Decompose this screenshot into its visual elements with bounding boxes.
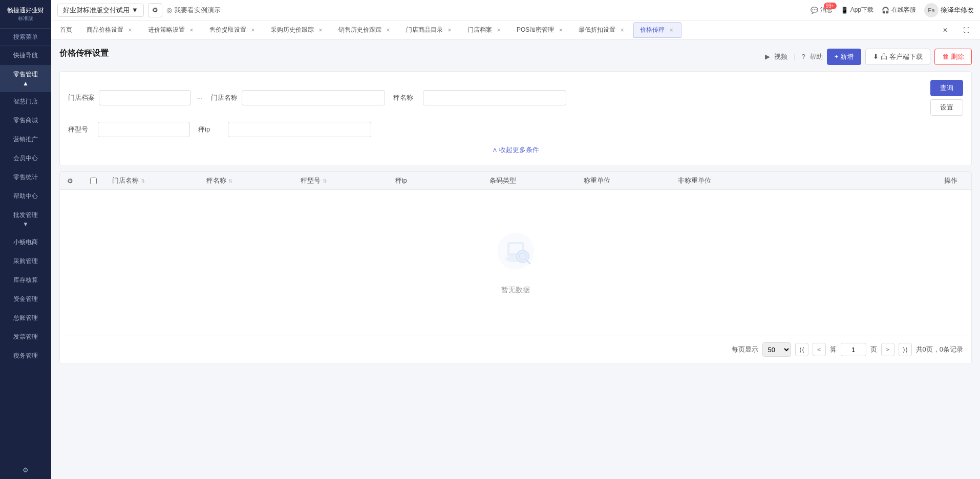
main-wrap: 好业财标准版交付试用 ▼ ⚙ ◎ 我要看实例演示 💬 消息 99+ 📱 App下… xyxy=(51,0,980,479)
sidebar-item-general-ledger[interactable]: 总账管理 xyxy=(0,309,51,328)
sidebar-item-finance[interactable]: 资金管理 xyxy=(0,290,51,309)
th-settings[interactable]: ⚙ xyxy=(60,177,80,185)
sidebar-item-retail-mgmt[interactable]: 零售管理 ▲ xyxy=(0,65,51,92)
sidebar-settings-btn[interactable]: ⚙ xyxy=(0,461,51,479)
tab-label: 最低折扣设置 xyxy=(579,26,615,34)
app-download-btn[interactable]: 📱 App下载 xyxy=(841,6,874,14)
sidebar-item-help-center[interactable]: 帮助中心 xyxy=(0,187,51,206)
close-icon[interactable]: × xyxy=(495,27,502,34)
sidebar: 畅捷通好业财 标准版 搜索菜单 快捷导航 零售管理 ▲ 智慧门店 零售商城 营销… xyxy=(0,0,51,479)
sidebar-search[interactable]: 搜索菜单 xyxy=(0,29,51,46)
th-weight-unit: 称重单位 xyxy=(578,176,672,185)
tab-price-scale[interactable]: 价格传秤 × xyxy=(633,22,681,38)
filter-store-name-input[interactable] xyxy=(242,90,385,105)
close-icon[interactable]: × xyxy=(385,27,392,34)
close-icon[interactable]: × xyxy=(249,27,257,34)
maximize-btn[interactable]: ⛶ xyxy=(956,23,976,37)
tab-label: POS加密管理 xyxy=(517,26,554,34)
sidebar-item-inventory[interactable]: 库存核算 xyxy=(0,271,51,290)
version-selector[interactable]: 好业财标准版交付试用 ▼ xyxy=(57,4,144,17)
sort-icon[interactable]: ⇅ xyxy=(323,178,327,184)
sidebar-item-label: 零售统计 xyxy=(13,173,38,182)
close-window-btn[interactable]: ✕ xyxy=(936,23,954,37)
tab-purchase-strategy[interactable]: 进价策略设置 × xyxy=(141,22,202,38)
tab-label: 商品价格设置 xyxy=(87,26,123,34)
close-icon[interactable]: × xyxy=(557,27,564,34)
help-icon: ? xyxy=(802,53,805,60)
prev-page-btn[interactable]: ＜ xyxy=(813,343,826,356)
settings-icon: ⚙ xyxy=(67,177,73,185)
page-size-select[interactable]: 50 10 20 100 xyxy=(762,342,791,357)
headset-icon: 🎧 xyxy=(882,7,889,14)
demo-link[interactable]: ◎ 我要看实例演示 xyxy=(166,6,221,15)
online-service-btn[interactable]: 🎧 在线客服 xyxy=(882,6,916,14)
tab-min-discount[interactable]: 最低折扣设置 × xyxy=(572,22,632,38)
th-scale-ip: 秤ip xyxy=(389,176,483,185)
close-icon[interactable]: × xyxy=(668,27,675,34)
collapse-filter-btn[interactable]: ∧ 收起更多条件 xyxy=(68,143,963,157)
sidebar-item-invoice-mgmt[interactable]: 发票管理 xyxy=(0,328,51,346)
sidebar-item-label: 发票管理 xyxy=(13,333,38,341)
tab-pos-encryption[interactable]: POS加密管理 × xyxy=(510,22,571,38)
filter-scale-ip-input[interactable] xyxy=(228,122,371,137)
close-icon[interactable]: × xyxy=(619,27,626,34)
close-icon[interactable]: × xyxy=(446,27,453,34)
sidebar-item-retail-stats[interactable]: 零售统计 xyxy=(0,168,51,187)
filter-store-profile-input[interactable] xyxy=(99,90,191,105)
dots-icon[interactable]: ··· xyxy=(197,94,203,102)
close-icon[interactable]: × xyxy=(317,27,324,34)
sidebar-item-label: 智慧门店 xyxy=(13,97,38,106)
close-icon[interactable]: × xyxy=(126,27,134,34)
add-button[interactable]: + 新增 xyxy=(827,49,862,65)
sort-icon[interactable]: ⇅ xyxy=(141,178,145,184)
user-info[interactable]: Ea 徐泽华修改 xyxy=(924,3,974,17)
query-button[interactable]: 查询 xyxy=(930,80,963,96)
tab-purchase-history[interactable]: 采购历史价跟踪 × xyxy=(264,22,331,38)
filter-scale-name-input[interactable] xyxy=(423,90,566,105)
download-button[interactable]: ⬇ 凸 客户端下载 xyxy=(865,49,930,65)
message-btn[interactable]: 💬 消息 99+ xyxy=(811,6,833,14)
filter-scale-name-label: 秤名称 xyxy=(393,93,419,102)
filter-scale-model-input[interactable] xyxy=(98,122,190,137)
sidebar-item-label: 批发管理 xyxy=(13,211,38,220)
last-page-btn[interactable]: ⟩⟩ xyxy=(899,343,912,356)
tab-label: 价格传秤 xyxy=(640,26,665,34)
empty-icon xyxy=(495,231,536,279)
delete-button[interactable]: 🗑 删除 xyxy=(934,49,972,65)
tab-store-profile[interactable]: 门店档案 × xyxy=(461,22,509,38)
header-settings-btn[interactable]: ⚙ xyxy=(148,3,162,17)
first-page-btn[interactable]: ⟨⟨ xyxy=(795,343,808,356)
tab-sales-history[interactable]: 销售历史价跟踪 × xyxy=(332,22,398,38)
th-checkbox[interactable] xyxy=(80,178,106,184)
sidebar-item-retail-mall[interactable]: 零售商城 xyxy=(0,111,51,130)
set-button[interactable]: 设置 xyxy=(930,99,963,116)
tabs-bar: 首页 商品价格设置 × 进价策略设置 × 售价提取设置 × 采购历史价跟踪 × … xyxy=(51,20,980,40)
page-number-input[interactable] xyxy=(841,343,866,356)
filter-row-1: 门店档案 ··· 门店名称 秤名称 查询 设置 xyxy=(68,80,963,116)
sidebar-item-ecommerce[interactable]: 小畅电商 xyxy=(0,233,51,252)
sidebar-item-marketing[interactable]: 营销推广 xyxy=(0,130,51,149)
sidebar-item-label: 采购管理 xyxy=(13,257,38,266)
sidebar-item-tax-mgmt[interactable]: 税务管理 xyxy=(0,346,51,365)
tab-store-catalog[interactable]: 门店商品目录 × xyxy=(399,22,460,38)
tab-selling-price[interactable]: 售价提取设置 × xyxy=(203,22,263,38)
sidebar-item-member-center[interactable]: 会员中心 xyxy=(0,149,51,168)
close-icon[interactable]: × xyxy=(188,27,195,34)
sidebar-item-wholesale-mgmt[interactable]: 批发管理 ▼ xyxy=(0,206,51,233)
filter-row-2: 秤型号 秤ip xyxy=(68,122,963,137)
empty-state: 暂无数据 xyxy=(60,190,971,336)
select-all-checkbox[interactable] xyxy=(90,178,97,184)
video-label: 视频 xyxy=(774,52,787,61)
th-non-weight-unit-label: 非称重单位 xyxy=(678,176,711,185)
tab-home[interactable]: 首页 xyxy=(53,22,79,38)
sidebar-item-purchase-mgmt[interactable]: 采购管理 xyxy=(0,252,51,271)
empty-text: 暂无数据 xyxy=(501,286,530,295)
sort-icon[interactable]: ⇅ xyxy=(228,178,232,184)
next-page-btn[interactable]: ＞ xyxy=(881,343,894,356)
filter-scale-model-label: 秤型号 xyxy=(68,125,94,134)
sidebar-item-label: 零售商城 xyxy=(13,116,38,125)
sidebar-item-label: 总账管理 xyxy=(13,314,38,322)
tab-goods-price[interactable]: 商品价格设置 × xyxy=(80,22,140,38)
sidebar-item-smart-store[interactable]: 智慧门店 xyxy=(0,92,51,111)
tab-label: 门店档案 xyxy=(467,26,492,34)
